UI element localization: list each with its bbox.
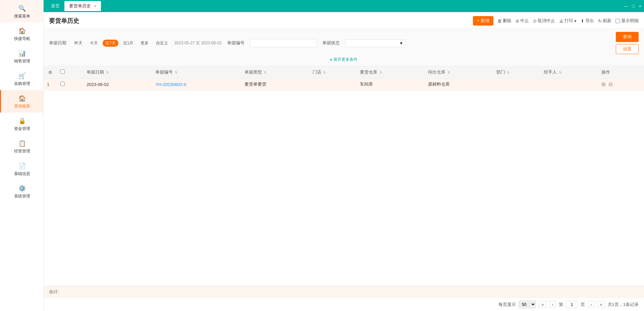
date-last7days[interactable]: 近7天 xyxy=(103,40,118,47)
sidebar-item-system[interactable]: ⚙️ 系统管理 xyxy=(0,180,43,203)
per-page-label: 每页显示 xyxy=(498,302,516,308)
summary-label: 合计: xyxy=(49,289,59,294)
export-button[interactable]: ⬆ 导出 xyxy=(581,18,594,24)
th-doc-date[interactable]: 单据日期 ⇅ xyxy=(83,66,152,79)
home-icon: 🏠 xyxy=(18,27,26,35)
td-operation: ⊞ ⊟ xyxy=(598,79,644,90)
gear-icon: ⚙️ xyxy=(18,185,26,192)
sidebar-item-label: 基础信息 xyxy=(14,171,30,177)
sidebar-item-label: 资金管理 xyxy=(14,126,30,132)
tab-close-icon[interactable]: × xyxy=(94,4,96,8)
date-more[interactable]: 更多 xyxy=(138,40,151,47)
th-dept[interactable]: 部门 ⇅ xyxy=(493,66,540,79)
sidebar-item-finance[interactable]: 🔒 资金管理 xyxy=(0,113,43,135)
sort-icon-date: ⇅ xyxy=(106,71,109,74)
delete-icon: 🗑 xyxy=(497,18,502,24)
td-doc-date: 2023-06-02 xyxy=(83,79,152,90)
td-handler xyxy=(540,79,598,90)
th-operation: 操作 xyxy=(598,66,644,79)
print-button[interactable]: 🖨 打印 ▾ xyxy=(559,18,577,24)
stop-icon: ⊘ xyxy=(516,18,519,24)
page-number-input[interactable] xyxy=(566,301,578,308)
th-settings[interactable]: ⚙ xyxy=(44,66,57,79)
display-detail-input[interactable] xyxy=(615,19,620,23)
table-row: 1 2023-06-02 YH-20230602-0 要货单要货 车间库 原材料… xyxy=(44,79,644,90)
per-page-select[interactable]: 50 100 200 xyxy=(519,301,536,308)
display-detail-checkbox[interactable]: 显示明细 xyxy=(615,18,639,24)
refresh-button[interactable]: ↻ 刷新 xyxy=(598,18,611,24)
sidebar-item-search[interactable]: 🔍 搜索菜单 xyxy=(0,0,43,23)
date-last1month[interactable]: 近1月 xyxy=(120,40,136,47)
expand-more-button[interactable]: ▾ 展开更多条件 xyxy=(49,57,639,62)
next-page-button[interactable]: › xyxy=(588,301,594,308)
sidebar-item-label: 采购管理 xyxy=(14,81,30,87)
new-button[interactable]: + 新增 xyxy=(473,16,493,26)
delete-button[interactable]: 🗑 删除 xyxy=(497,18,512,24)
search-icon: 🔍 xyxy=(18,5,26,12)
filter-row: 单据日期 昨天 今天 近7天 近1月 更多 自定义 2023-05-27 至 2… xyxy=(49,32,639,54)
th-pending-warehouse[interactable]: 待出仓库 ⇅ xyxy=(425,66,493,79)
tab-home[interactable]: 首页 xyxy=(46,1,64,11)
window-minimize-icon[interactable]: — xyxy=(624,4,628,9)
sidebar-item-purchase[interactable]: 🛒 采购管理 xyxy=(0,68,43,90)
sidebar-item-label: 快捷导航 xyxy=(14,36,30,42)
sidebar-item-label: 系统管理 xyxy=(14,193,30,199)
sidebar-item-sales[interactable]: 📊 销售管理 xyxy=(0,45,43,68)
cancel-stop-button[interactable]: ⊙ 取消中止 xyxy=(533,18,555,24)
cancel-stop-icon: ⊙ xyxy=(533,18,537,24)
total-info: 共1页，1条记录 xyxy=(608,302,639,308)
table-area: ⚙ 单据日期 ⇅ 单据编号 ⇅ 单据类型 ⇅ 门店 ⇅ 要货仓库 ⇅ 待出仓库 … xyxy=(44,66,644,286)
content-area: 要货单历史 + 新增 🗑 删除 ⊘ 中止 ⊙ 取消中止 🖨 打印 xyxy=(44,12,644,311)
doc-num-filter-label: 单据编号 xyxy=(227,40,245,46)
window-maximize-icon[interactable]: □ xyxy=(632,4,635,9)
td-req-warehouse: 车间库 xyxy=(357,79,425,90)
date-today[interactable]: 今天 xyxy=(87,40,101,47)
window-close-icon[interactable]: × xyxy=(639,4,641,9)
th-doc-num[interactable]: 单据编号 ⇅ xyxy=(152,66,241,79)
row-delete-icon[interactable]: ⊟ xyxy=(608,81,613,87)
chart-icon: 📊 xyxy=(18,50,26,57)
date-yesterday[interactable]: 昨天 xyxy=(72,40,85,47)
status-select-chevron: ▾ xyxy=(400,41,402,46)
first-page-button[interactable]: « xyxy=(539,301,546,308)
print-chevron-icon: ▾ xyxy=(574,18,577,24)
print-icon: 🖨 xyxy=(559,18,564,24)
th-req-warehouse[interactable]: 要货仓库 ⇅ xyxy=(357,66,425,79)
tab-bar-right-controls: — □ × xyxy=(624,4,641,9)
sidebar-item-inventory[interactable]: 🏠 库存核算 xyxy=(0,90,43,113)
tab-active[interactable]: 要货单历史 × xyxy=(64,1,101,11)
filter-settings-button[interactable]: 设置 xyxy=(616,44,639,54)
doc-num-link[interactable]: YH-20230602-0 xyxy=(155,82,186,87)
query-button[interactable]: 查询 xyxy=(616,32,639,42)
main-area: 首页 要货单历史 × — □ × 要货单历史 + 新增 🗑 删除 ⊘ 中 xyxy=(44,0,644,311)
prev-page-button[interactable]: ‹ xyxy=(549,301,556,308)
sidebar-item-label: 销售管理 xyxy=(14,58,30,64)
sort-icon-num: ⇅ xyxy=(175,71,177,74)
status-filter-select[interactable]: ▾ xyxy=(345,39,406,47)
page-title: 要货单历史 xyxy=(49,17,79,25)
sidebar-item-operations[interactable]: 📋 经营管理 xyxy=(0,135,43,158)
select-all-checkbox[interactable] xyxy=(60,70,65,74)
row-edit-icon[interactable]: ⊞ xyxy=(601,81,606,87)
last-page-button[interactable]: » xyxy=(597,301,605,308)
table-header: ⚙ 单据日期 ⇅ 单据编号 ⇅ 单据类型 ⇅ 门店 ⇅ 要货仓库 ⇅ 待出仓库 … xyxy=(44,66,644,79)
sidebar-item-basic-info[interactable]: 📄 基础信息 xyxy=(0,158,43,180)
page-suffix: 页 xyxy=(581,302,585,308)
th-handler[interactable]: 经手人 ⇅ xyxy=(540,66,598,79)
th-store[interactable]: 门店 ⇅ xyxy=(309,66,357,79)
pagination: 每页显示 50 100 200 « ‹ 第 页 › » 共1页，1条记录 xyxy=(44,298,644,311)
th-checkbox xyxy=(57,66,83,79)
filter-action-buttons: 查询 设置 xyxy=(616,32,639,54)
refresh-icon: ↻ xyxy=(598,18,602,24)
th-doc-type[interactable]: 单据类型 ⇅ xyxy=(241,66,309,79)
stop-button[interactable]: ⊘ 中止 xyxy=(516,18,529,24)
sidebar-item-label: 库存核算 xyxy=(14,103,30,109)
clipboard-icon: 📋 xyxy=(18,140,26,147)
td-dept xyxy=(493,79,540,90)
sort-icon-handler: ⇅ xyxy=(559,71,561,74)
row-checkbox[interactable] xyxy=(60,82,65,86)
sidebar-item-quick-nav[interactable]: 🏠 快捷导航 xyxy=(0,23,43,45)
date-custom[interactable]: 自定义 xyxy=(153,40,171,47)
td-pending-warehouse: 原材料仓库 xyxy=(425,79,493,90)
doc-num-input[interactable] xyxy=(250,39,317,47)
